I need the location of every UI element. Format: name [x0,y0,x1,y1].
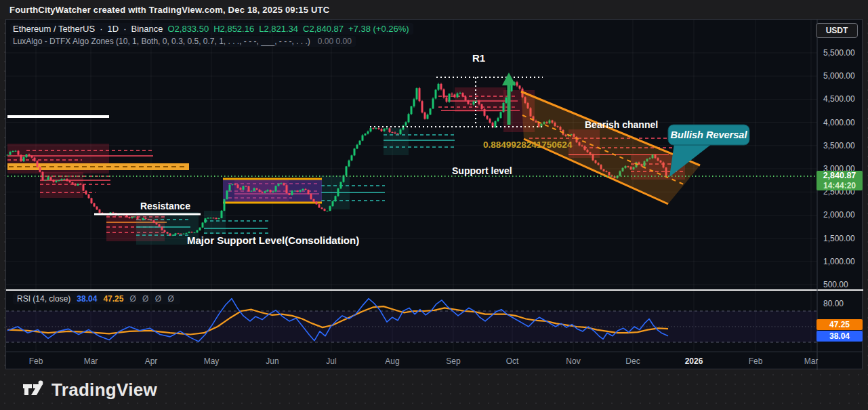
candle-body [316,202,318,205]
currency-toggle-button[interactable]: USDT [816,23,858,38]
candle-body [327,211,329,211]
candle-body [446,98,448,102]
separator-dot: · [123,24,126,34]
callout-text: Bullish Reversal [671,129,748,140]
candle-body [400,129,402,134]
price-tick-label: 1,500.00 [823,234,855,243]
candle-body [213,218,215,218]
candle-body [324,209,326,211]
candle-body [362,136,364,141]
candle-body [478,101,480,104]
candle-body [451,94,453,94]
separator-dot: · [100,24,102,34]
price-chart-canvas: R1ResistanceMajor Support Level(Consolid… [6,20,863,370]
current-price-label: 2,840.87 [817,171,863,181]
candle-body [83,185,85,191]
annotation-major-support[interactable]: Major Support Level(Consolidation) [187,234,359,246]
time-tick-month: Aug [372,356,413,366]
candle-body [218,218,220,219]
ohlc-high: H2,852.16 [213,24,254,34]
candle-body [438,84,440,90]
candle-body [481,104,483,109]
exchange-label: Binance [131,24,163,34]
time-tick-month: Nov [553,356,594,366]
candle-body [421,101,423,112]
price-scale[interactable]: 500.001,000.001,500.002,000.002,500.003,… [818,20,863,352]
candle-body [39,167,41,171]
annotation-resistance[interactable]: Resistance [140,201,190,211]
candle-body [427,115,429,119]
candle-body [7,155,9,155]
candle-body [240,188,242,190]
candle-body [337,188,339,196]
candle-body [229,185,231,191]
candle-body [413,99,415,106]
tradingview-logo[interactable]: TradingView [22,380,157,401]
candle-body [94,203,96,207]
candle-body [299,190,302,192]
candle-body [505,98,508,103]
annotation-bearish-channel[interactable]: Bearish channel [585,119,658,130]
candle-body [262,192,264,192]
candle-body [131,217,133,218]
candle-body [289,193,291,195]
candle-body [484,109,486,116]
candle-body [47,177,49,180]
price-tick-label: 4,500.00 [823,94,855,104]
candle-body [381,129,383,131]
rsi-current-value: 38.04 [77,294,97,304]
demand-zone [384,128,409,155]
candle-body [511,85,513,91]
candle-body [286,185,288,193]
annotation-r1[interactable]: R1 [472,52,485,64]
candle-body [210,218,212,218]
candle-body [440,84,442,89]
chart-legend: Ethereum / TetherUS · 1D · Binance O2,83… [10,23,413,47]
up-arrow-head[interactable] [502,73,516,85]
price-tick-label: 500.00 [823,280,848,289]
candle-body [365,134,367,135]
candle-body [386,128,388,129]
candle-body [15,151,17,152]
price-tick-label: 3,500.00 [823,141,855,150]
candle-body [224,199,226,211]
candle-body [28,155,30,156]
indicator-legend-row[interactable]: LuxAlgo - DTFX Algo Zones (10, 1, Both, … [10,36,356,47]
candle-body [226,190,228,199]
candle-body [164,230,166,232]
price-tick-label: 1,000.00 [823,257,855,266]
rsi-legend-row[interactable]: RSI (14, close) 38.04 47.25 Ø Ø Ø Ø [13,293,180,304]
symbol-name: Ethereum / TetherUS [13,24,95,34]
candle-body [503,103,505,112]
candle-body [142,218,144,220]
candle-body [75,184,77,186]
candle-body [188,232,190,233]
candle-body [53,180,55,182]
candle-body [432,98,434,108]
annotation-fib-value[interactable]: 0.8849928241750624 [483,140,573,150]
time-tick-month: Feb [16,356,56,366]
candle-body [373,128,375,129]
time-scale[interactable]: FebMarAprMayJunJulAugSepOctNovDec2026Feb… [6,352,817,370]
candle-body [367,131,369,134]
tradingview-wordmark: TradingView [51,380,157,401]
candle-body [234,184,236,185]
candle-body [34,158,36,161]
candle-body [221,211,223,218]
candle-body [272,192,274,192]
candle-body [297,191,299,192]
candle-body [473,102,475,105]
candle-body [207,218,209,218]
candle-body [23,157,25,161]
candle-body [500,112,502,118]
time-tick-year: 2026 [674,356,714,366]
annotation-support-level[interactable]: Support level [452,165,512,176]
candle-body [145,218,147,219]
candle-body [69,181,71,182]
candle-body [449,94,451,102]
candle-body [340,182,342,189]
time-tick-month: Oct [492,356,533,366]
candle-body [348,161,350,167]
candle-body [248,186,250,191]
symbol-legend-row[interactable]: Ethereum / TetherUS · 1D · Binance O2,83… [10,23,413,35]
